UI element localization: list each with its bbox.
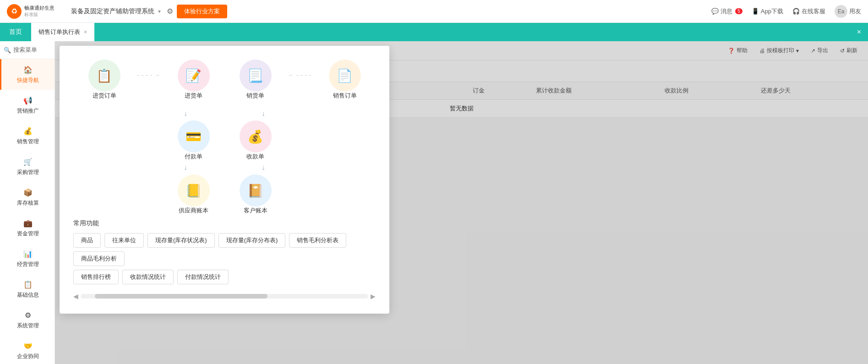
tab-close-icon[interactable]: ×: [84, 29, 87, 35]
flow-payment[interactable]: 💳 付款单: [163, 120, 224, 161]
app-sub: 标准版: [24, 11, 55, 18]
down-arrow-payment: ↓: [184, 164, 187, 171]
flow-customer-ledger[interactable]: 📔 客户账本: [224, 174, 286, 215]
trial-button[interactable]: 体验行业方案: [177, 5, 227, 18]
sidebar-item-inventory[interactable]: 📦 库存核算: [0, 182, 55, 212]
scroll-area: ◀ ▶: [73, 293, 376, 300]
common-section: 常用功能 商品 往来单位 现存量(库存状况表) 现存量(库存分布表) 销售毛利分…: [73, 219, 376, 284]
supplier-ledger-icon: 📒: [186, 183, 202, 198]
marketing-label: 营销推广: [17, 107, 39, 115]
tab-bar: 首页 销售订单执行表 × ×: [0, 23, 868, 41]
finance-icon: 💼: [23, 218, 33, 228]
purchase-receipt-icon: 📝: [186, 68, 202, 83]
app-download-action[interactable]: 📱 App下载: [752, 7, 783, 16]
top-header: ♻ 畅康通好生意 标准版 装备及固定资产辅助管理系统 ▾ ⚙ 体验行业方案 💬 …: [0, 0, 868, 23]
receipt-icon: 💰: [247, 129, 263, 144]
marketing-icon: 📢: [23, 95, 33, 105]
online-service-action[interactable]: 🎧 在线客服: [792, 7, 825, 16]
message-label: 消息: [721, 7, 732, 16]
scroll-right-arrow[interactable]: ▶: [371, 293, 376, 300]
logo-area: ♻ 畅康通好生意 标准版: [7, 4, 62, 19]
operations-icon: 📊: [23, 249, 33, 259]
phone-icon: 📱: [752, 8, 759, 15]
flow-sales-receipt[interactable]: 📃 销货单: [224, 60, 286, 100]
content-area: ❓ 帮助 🖨 按模板打印 ▾ ↗ 导出 ↺ 刷新: [55, 41, 868, 364]
sidebar-item-marketing[interactable]: 📢 营销推广: [0, 90, 55, 120]
sales-order-label: 销售订单: [333, 92, 357, 100]
popup-overlay: 📋 进货订单 - - - - → 📝: [55, 41, 868, 364]
sidebar: 🔍 搜索菜单 🏠 快捷导航 📢 营销推广 💰 销售管理 🛒 采购管理 📦 库存核…: [0, 41, 55, 364]
user-name: 用友: [849, 7, 861, 16]
main-layout: 🔍 搜索菜单 🏠 快捷导航 📢 营销推广 💰 销售管理 🛒 采购管理 📦 库存核…: [0, 41, 868, 364]
common-btn-payment-detail[interactable]: 付款情况统计: [177, 270, 229, 284]
page-background: ❓ 帮助 🖨 按模板打印 ▾ ↗ 导出 ↺ 刷新: [55, 41, 868, 364]
system-label: 系统管理: [17, 322, 39, 330]
sidebar-item-finance[interactable]: 💼 资金管理: [0, 212, 55, 243]
base-info-label: 基础信息: [17, 291, 39, 299]
supplier-ledger-label: 供应商账本: [179, 206, 208, 215]
down-arrow-sales: ↓: [262, 110, 265, 117]
customer-ledger-icon: 📔: [247, 183, 263, 198]
flow-receipt[interactable]: 💰 收款单: [224, 120, 286, 161]
avatar: Ea: [835, 5, 847, 18]
sales-receipt-label: 销货单: [246, 92, 264, 100]
user-action[interactable]: Ea 用友: [835, 5, 861, 18]
common-buttons: 商品 往来单位 现存量(库存状况表) 现存量(库存分布表) 销售毛利分析表 商品…: [73, 233, 376, 266]
sidebar-item-sales[interactable]: 💰 销售管理: [0, 120, 55, 151]
logo-icon: ♻: [7, 4, 22, 19]
message-badge: 5: [735, 8, 742, 14]
common-btn-product[interactable]: 商品: [73, 233, 101, 248]
sidebar-item-enterprise[interactable]: 🤝 企业协同: [0, 335, 55, 364]
down-arrow-purchase: ↓: [184, 110, 187, 117]
flow-purchase-receipt[interactable]: 📝 进货单: [163, 60, 224, 100]
sales-receipt-icon: 📃: [247, 68, 263, 83]
system-dropdown-icon[interactable]: ▾: [158, 8, 161, 15]
common-btn-contacts[interactable]: 往来单位: [104, 233, 144, 248]
common-btn-inventory-dist[interactable]: 现存量(库存分布表): [218, 233, 286, 248]
purchase-order-icon: 📋: [96, 68, 112, 83]
common-btn-sales-rank[interactable]: 销售排行榜: [73, 270, 119, 284]
sidebar-item-base-info[interactable]: 📋 基础信息: [0, 274, 55, 304]
purchase-label: 采购管理: [17, 168, 39, 176]
common-title: 常用功能: [73, 219, 376, 228]
message-icon: 💬: [711, 8, 719, 15]
scroll-left-arrow[interactable]: ◀: [73, 293, 78, 300]
enterprise-icon: 🤝: [23, 341, 33, 351]
inventory-label: 库存核算: [17, 199, 39, 207]
base-info-icon: 📋: [23, 279, 33, 289]
flow-purchase-order[interactable]: 📋 进货订单: [73, 60, 135, 100]
enterprise-label: 企业协同: [17, 353, 39, 360]
sidebar-item-quick-nav[interactable]: 🏠 快捷导航: [0, 59, 55, 90]
common-btn-inventory-status[interactable]: 现存量(库存状况表): [147, 233, 215, 248]
finance-label: 资金管理: [17, 230, 39, 238]
avatar-initial: Ea: [838, 8, 845, 15]
sidebar-item-operations[interactable]: 📊 经营管理: [0, 243, 55, 274]
payment-icon: 💳: [186, 129, 202, 144]
online-service-label: 在线客服: [802, 7, 825, 16]
flow-supplier-ledger[interactable]: 📒 供应商账本: [163, 174, 224, 215]
scroll-thumb: [95, 294, 267, 299]
app-name: 畅康通好生意: [24, 5, 55, 11]
common-btn-sales-margin[interactable]: 销售毛利分析表: [289, 233, 346, 248]
sidebar-item-purchase[interactable]: 🛒 采购管理: [0, 151, 55, 182]
system-icon: ⚙: [23, 310, 33, 320]
settings-icon[interactable]: ⚙: [167, 7, 173, 16]
common-btn-payment-stats[interactable]: 收款情况统计: [122, 270, 174, 284]
tab-home[interactable]: 首页: [0, 23, 31, 41]
window-close-icon[interactable]: ×: [857, 28, 861, 36]
purchase-icon: 🛒: [23, 157, 33, 167]
operations-label: 经营管理: [17, 261, 39, 268]
sales-icon: 💰: [23, 126, 33, 136]
header-right: 💬 消息 5 📱 App下载 🎧 在线客服 Ea 用友: [711, 5, 861, 18]
purchase-order-label: 进货订单: [93, 92, 116, 100]
common-btn-product-margin[interactable]: 商品毛利分析: [73, 251, 125, 266]
message-action[interactable]: 💬 消息 5: [711, 7, 742, 16]
sales-order-icon: 📄: [337, 68, 353, 83]
common-buttons-row2: 销售排行榜 收款情况统计 付款情况统计: [73, 270, 376, 284]
system-title-area: 装备及固定资产辅助管理系统 ▾ ⚙ 体验行业方案: [62, 5, 711, 18]
sidebar-item-system[interactable]: ⚙ 系统管理: [0, 304, 55, 335]
search-menu[interactable]: 🔍 搜索菜单: [0, 41, 55, 59]
down-arrow-receipt: ↓: [262, 164, 265, 171]
flow-sales-order[interactable]: 📄 销售订单: [314, 60, 376, 100]
tab-sales-order[interactable]: 销售订单执行表 ×: [31, 23, 94, 41]
